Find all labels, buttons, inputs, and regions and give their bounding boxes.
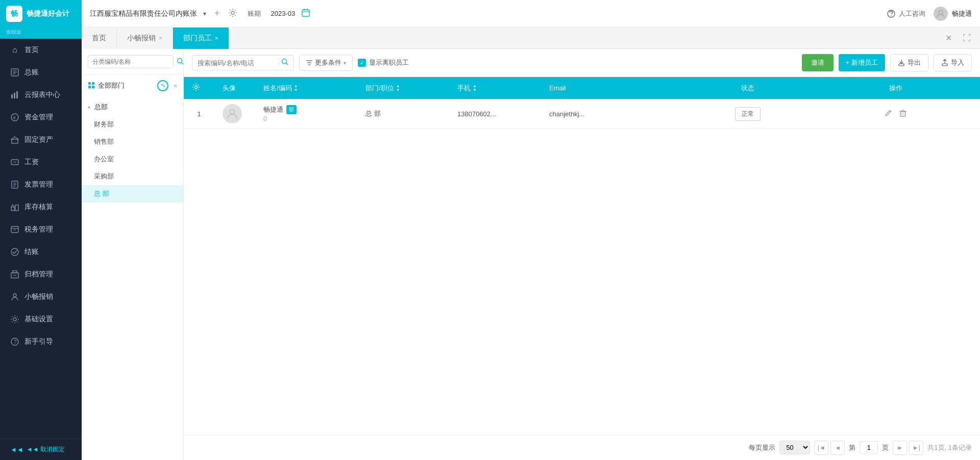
dept-header: 全部部门 ✎ « xyxy=(82,75,183,96)
tab-dept-employee[interactable]: 部门员工 × xyxy=(173,28,229,49)
th-dept[interactable]: 部门/职位 ▲▼ xyxy=(357,77,449,99)
dept-search-input[interactable] xyxy=(88,55,174,68)
sidebar-item-asset[interactable]: 固定资产 xyxy=(0,129,82,151)
right-panel: 更多条件 ▾ ✓ 显示离职员工 邀请 + 新增员工 导出 导入 xyxy=(184,49,980,460)
sidebar-label-home: 首页 xyxy=(24,45,39,55)
show-resigned-checkbox[interactable]: ✓ xyxy=(358,59,366,67)
svg-rect-18 xyxy=(11,226,18,233)
ledger-icon xyxy=(10,68,19,77)
th-status: 状态 xyxy=(684,77,812,99)
filter-more-btn[interactable]: 更多条件 ▾ xyxy=(299,55,353,71)
last-page-button[interactable]: ►| xyxy=(909,441,923,455)
page-total-info: 共1页, 1条记录 xyxy=(927,443,972,452)
company-dropdown-icon[interactable]: ▾ xyxy=(203,10,206,17)
svg-rect-41 xyxy=(88,86,91,88)
sidebar-item-report[interactable]: 云报表中心 xyxy=(0,84,82,106)
first-page-button[interactable]: |◄ xyxy=(814,441,828,455)
sidebar-item-ledger[interactable]: 总账 xyxy=(0,61,82,84)
dept-item-office[interactable]: 办公室 xyxy=(82,150,183,168)
per-page-select[interactable]: 50 10 20 100 xyxy=(779,441,810,454)
dept-item-finance[interactable]: 财务部 xyxy=(82,116,183,133)
svg-rect-39 xyxy=(88,82,91,85)
dept-collapse-icon[interactable]: « xyxy=(174,82,177,89)
svg-text:¥: ¥ xyxy=(13,115,16,120)
tab-xiaochang[interactable]: 小畅报销 × xyxy=(117,28,173,49)
svg-rect-4 xyxy=(11,94,13,98)
page-navigation: |◄ ◄ 第 页 ► ►| xyxy=(814,441,923,455)
sidebar-item-xiaochang[interactable]: 小畅报销 xyxy=(0,286,82,308)
fund-icon: ¥ xyxy=(10,113,19,122)
topbar-user: 畅捷通 xyxy=(934,7,972,21)
svg-point-21 xyxy=(11,248,18,255)
th-avatar: 头像 xyxy=(214,77,255,99)
sidebar-item-guide[interactable]: ? 新手引导 xyxy=(0,330,82,353)
edit-employee-button[interactable] xyxy=(885,109,893,119)
dept-search-icon[interactable] xyxy=(177,58,184,66)
dept-search-box xyxy=(82,49,183,75)
next-page-button[interactable]: ► xyxy=(893,441,907,455)
period-label: 账期 xyxy=(248,9,261,18)
svg-point-43 xyxy=(282,59,287,64)
expand-button[interactable]: ⛶ xyxy=(960,31,974,45)
name-sort-arrows: ▲▼ xyxy=(294,84,298,92)
sidebar-item-home[interactable]: ⌂ 首页 xyxy=(0,39,82,61)
employee-avatar xyxy=(223,104,242,123)
sidebar-item-invoice[interactable]: 发票管理 xyxy=(0,173,82,196)
sidebar-label-asset: 固定资产 xyxy=(24,135,53,144)
employee-search-input[interactable] xyxy=(198,59,281,67)
invoice-icon xyxy=(10,180,19,189)
svg-rect-42 xyxy=(92,86,94,88)
tab-dept-close[interactable]: × xyxy=(215,35,218,41)
dept-item-zongbu-root[interactable]: ▾ 总部 xyxy=(82,98,183,116)
per-page-label: 每页显示 xyxy=(749,443,775,452)
sidebar-item-fund[interactable]: ¥ 资金管理 xyxy=(0,106,82,129)
table-settings-icon[interactable] xyxy=(192,85,200,93)
tab-home[interactable]: 首页 xyxy=(82,28,117,49)
sidebar-edition: 旗舰版 xyxy=(0,28,82,39)
sidebar-item-wage[interactable]: 工资 xyxy=(0,151,82,173)
sidebar-item-stock[interactable]: 库存核算 xyxy=(0,196,82,218)
dept-item-sales[interactable]: 销售部 xyxy=(82,133,183,150)
tab-home-label: 首页 xyxy=(92,34,106,43)
status-badge: 正常 xyxy=(735,107,761,121)
sidebar-logo: 畅 畅捷通好会计 xyxy=(0,0,82,28)
archive-icon xyxy=(10,270,19,279)
th-phone[interactable]: 手机 ▲▼ xyxy=(449,77,541,99)
toolbar-right: 邀请 + 新增员工 导出 导入 xyxy=(802,54,972,71)
close-all-tabs-button[interactable]: ✕ xyxy=(941,31,955,45)
tab-xiaochang-close[interactable]: × xyxy=(159,35,162,41)
topbar-settings-icon[interactable] xyxy=(228,8,237,19)
invite-button[interactable]: 邀请 xyxy=(802,54,834,71)
dept-item-purchase[interactable]: 采购部 xyxy=(82,168,183,185)
sidebar-item-archive[interactable]: 归档管理 xyxy=(0,263,82,286)
page-input[interactable] xyxy=(860,441,878,454)
dept-edit-btn[interactable]: ✎ xyxy=(157,80,168,91)
svg-rect-6 xyxy=(16,91,18,98)
support-btn[interactable]: 人工咨询 xyxy=(887,9,925,18)
svg-point-26 xyxy=(13,318,16,321)
delete-employee-button[interactable] xyxy=(899,109,907,119)
dept-grid-icon xyxy=(88,82,95,90)
sidebar-item-tax[interactable]: 税务管理 xyxy=(0,218,82,241)
dept-item-zongbu-active[interactable]: 总 部 xyxy=(82,185,183,202)
export-button[interactable]: 导出 xyxy=(890,54,928,71)
cancel-fixed-btn[interactable]: ◄◄ ◄◄ 取消固定 xyxy=(0,439,82,460)
sidebar-label-ledger: 总账 xyxy=(24,68,39,77)
add-employee-button[interactable]: + 新增员工 xyxy=(839,54,885,71)
svg-point-37 xyxy=(178,58,182,63)
prev-page-button[interactable]: ◄ xyxy=(830,441,845,455)
tax-icon xyxy=(10,225,19,234)
sidebar-label-wage: 工资 xyxy=(24,158,39,167)
sidebar-item-close[interactable]: 结账 xyxy=(0,241,82,263)
employee-toolbar: 更多条件 ▾ ✓ 显示离职员工 邀请 + 新增员工 导出 导入 xyxy=(184,49,980,77)
svg-point-53 xyxy=(230,110,235,114)
import-button[interactable]: 导入 xyxy=(934,54,972,71)
th-name[interactable]: 姓名/编码 ▲▼ xyxy=(255,77,357,99)
calendar-icon[interactable] xyxy=(301,8,310,19)
close-account-icon xyxy=(10,247,19,257)
row-phone: 138070602... xyxy=(449,99,541,129)
caret-icon: ▾ xyxy=(88,105,90,110)
employee-search-icon[interactable] xyxy=(281,58,288,67)
sidebar-item-basic[interactable]: 基础设置 xyxy=(0,308,82,330)
add-company-button[interactable]: + xyxy=(212,8,222,19)
